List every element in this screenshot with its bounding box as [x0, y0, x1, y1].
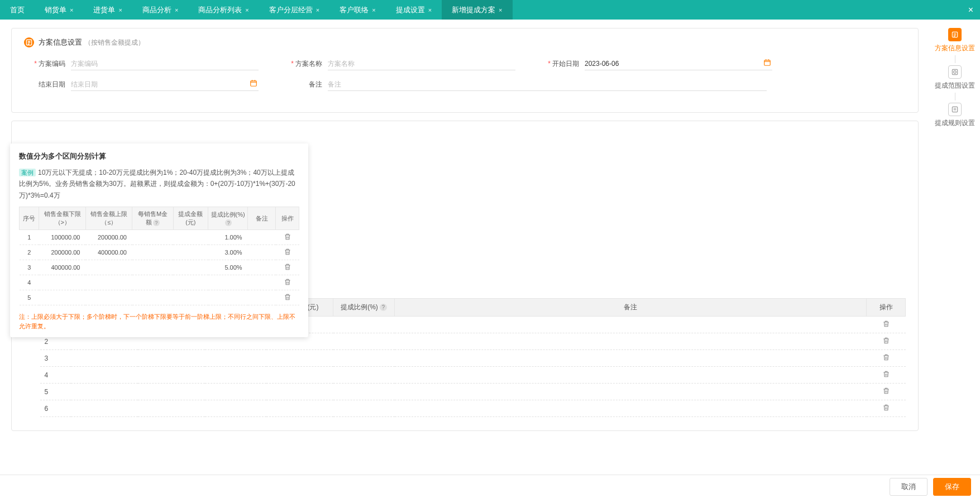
popup-title: 数值分为多个区间分别计算	[19, 151, 299, 161]
table-row[interactable]: 6	[40, 400, 906, 417]
close-tabbar-icon[interactable]: ×	[968, 0, 973, 20]
delete-icon[interactable]	[284, 295, 291, 302]
panel-title: 方案信息设置	[39, 37, 82, 47]
tab-purchase-order[interactable]: 进货单×	[83, 0, 132, 20]
tab-product-analysis-list[interactable]: 商品分析列表×	[188, 0, 259, 20]
end-date-input[interactable]	[71, 78, 259, 90]
tab-customer-contact[interactable]: 客户联络×	[329, 0, 385, 20]
help-icon[interactable]: ?	[380, 304, 387, 311]
svg-rect-5	[252, 80, 252, 81]
svg-rect-1	[764, 60, 771, 65]
delete-icon[interactable]	[882, 322, 890, 329]
calc-rule-tooltip: 数值分为多个区间分别计算 案例10万元以下无提成；10-20万元提成比例为1%；…	[10, 143, 308, 337]
start-date-label: *开始日期	[538, 59, 585, 69]
table-row[interactable]: 3	[40, 350, 906, 367]
panel-badge-icon	[24, 37, 34, 47]
popup-example: 案例10万元以下无提成；10-20万元提成比例为1%；20-40万提成比例为3%…	[19, 167, 299, 201]
tab-customer-tier[interactable]: 客户分层经营×	[259, 0, 329, 20]
plan-name-label: *方案名称	[281, 59, 328, 69]
panel-subtitle: （按销售金额提成）	[84, 38, 145, 47]
step-scope[interactable]: 提成范围设置	[930, 65, 980, 90]
table-row[interactable]: 4	[40, 367, 906, 384]
svg-rect-8	[952, 69, 957, 74]
close-icon[interactable]: ×	[499, 7, 502, 13]
rule-icon	[948, 103, 962, 116]
close-icon[interactable]: ×	[372, 7, 375, 13]
remark-input[interactable]	[328, 78, 767, 90]
svg-point-9	[954, 71, 957, 74]
popup-table: 序号 销售金额下限（>） 销售金额上限（≤） 每销售M金额? 提成金额(元) 提…	[19, 207, 299, 305]
calendar-icon[interactable]	[763, 59, 771, 68]
delete-icon[interactable]	[284, 280, 291, 287]
tab-sales-order[interactable]: 销货单×	[35, 0, 83, 20]
plan-name-input[interactable]	[328, 58, 515, 70]
plan-code-input[interactable]	[71, 58, 259, 70]
th-action: 操作	[867, 299, 906, 317]
delete-icon[interactable]	[882, 355, 890, 363]
plan-info-panel: 方案信息设置 （按销售金额提成） *方案编码 *方案名称 *开始日期	[11, 28, 919, 113]
delete-icon[interactable]	[882, 389, 890, 396]
th-rate: 提成比例(%)?	[333, 299, 395, 317]
delete-icon[interactable]	[284, 265, 291, 272]
plan-code-label: *方案编码	[24, 59, 71, 69]
tab-bar: 首页 销货单× 进货单× 商品分析× 商品分析列表× 客户分层经营× 客户联络×…	[0, 0, 980, 20]
svg-rect-4	[251, 81, 257, 86]
close-icon[interactable]: ×	[428, 7, 432, 13]
popup-note: 注：上限必须大于下限；多个阶梯时，下一个阶梯下限要等于前一阶梯上限；不同行之间下…	[19, 312, 299, 331]
delete-icon[interactable]	[882, 372, 890, 380]
step-sidebar: 方案信息设置 提成范围设置 提成规则设置	[930, 20, 980, 472]
th-remark: 备注	[395, 299, 867, 317]
step-rule[interactable]: 提成规则设置	[930, 103, 980, 128]
close-icon[interactable]: ×	[70, 7, 73, 13]
scope-icon	[948, 65, 962, 79]
svg-rect-3	[768, 59, 769, 60]
calendar-icon[interactable]	[250, 79, 257, 89]
tab-commission-setting[interactable]: 提成设置×	[386, 0, 442, 20]
end-date-label: 结束日期	[24, 80, 71, 89]
close-icon[interactable]: ×	[316, 7, 319, 13]
tab-product-analysis[interactable]: 商品分析×	[132, 0, 188, 20]
tab-home[interactable]: 首页	[0, 0, 35, 20]
svg-rect-2	[766, 59, 766, 60]
tab-new-commission-plan[interactable]: 新增提成方案×	[442, 0, 512, 20]
close-icon[interactable]: ×	[175, 7, 178, 13]
delete-icon[interactable]	[882, 338, 890, 346]
start-date-input[interactable]	[585, 58, 772, 70]
delete-icon[interactable]	[284, 250, 291, 257]
delete-icon[interactable]	[882, 405, 890, 413]
step-plan-info[interactable]: 方案信息设置	[930, 28, 980, 53]
remark-label: 备注	[281, 80, 328, 89]
delete-icon[interactable]	[284, 235, 291, 242]
close-icon[interactable]: ×	[118, 7, 122, 13]
form-icon	[948, 28, 962, 41]
close-icon[interactable]: ×	[245, 7, 248, 13]
table-row[interactable]: 5	[40, 384, 906, 400]
svg-rect-6	[255, 80, 255, 81]
